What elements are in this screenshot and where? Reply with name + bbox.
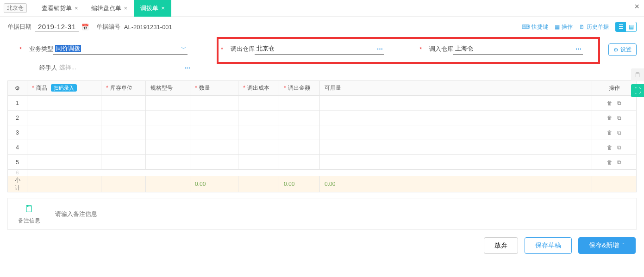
document-icon: 🗎 bbox=[579, 24, 585, 30]
more-icon[interactable]: ⋯ bbox=[377, 45, 383, 52]
list-view-icon[interactable]: ☰ bbox=[616, 22, 626, 31]
footer: 放弃 保存草稿 保存&新增 ˄ bbox=[0, 230, 644, 261]
required-marker: * bbox=[419, 46, 422, 53]
col-out-amount: *调出金额 bbox=[279, 81, 320, 96]
tab-label: 调拨单 bbox=[140, 4, 158, 12]
col-unit: *库存单位 bbox=[101, 81, 146, 96]
gear-icon: ⚙ bbox=[613, 47, 619, 53]
grid-icon: ▦ bbox=[555, 24, 560, 30]
remark-input[interactable] bbox=[50, 206, 636, 222]
delete-icon[interactable]: 🗑 bbox=[607, 129, 613, 136]
col-available: 可用量 bbox=[320, 81, 592, 96]
remark-section: 🗒 备注信息 bbox=[7, 198, 637, 230]
tab-label: 编辑盘点单 bbox=[91, 4, 121, 12]
note-float-icon[interactable]: 🗒 bbox=[631, 68, 644, 81]
biz-type-select[interactable]: 同价调拨 ﹀ bbox=[53, 43, 188, 55]
docno-label: 单据编号 bbox=[96, 23, 120, 31]
chevron-down-icon: ﹀ bbox=[181, 45, 187, 53]
date-label: 单据日期 bbox=[7, 23, 31, 31]
history-link[interactable]: 🗎历史单据 bbox=[579, 23, 609, 31]
card-view-icon[interactable]: ▤ bbox=[626, 22, 636, 31]
operate-link[interactable]: ▦操作 bbox=[555, 23, 573, 31]
close-icon[interactable]: × bbox=[124, 5, 128, 12]
close-icon[interactable]: × bbox=[634, 2, 639, 12]
tab-inventory-edit[interactable]: 编辑盘点单 × bbox=[85, 0, 134, 17]
metabar: 单据日期 2019-12-31 📅 单据编号 AL-20191231-001 ⌨… bbox=[0, 17, 644, 37]
col-product: *商品扫码录入 bbox=[27, 81, 101, 96]
keyboard-icon: ⌨ bbox=[522, 24, 530, 30]
note-icon: 🗒 bbox=[8, 203, 50, 215]
scan-input-button[interactable]: 扫码录入 bbox=[51, 84, 77, 92]
out-wh-label: 调出仓库 bbox=[225, 45, 255, 53]
table-row[interactable]: 5🗑⧉ bbox=[8, 155, 637, 170]
table-row[interactable]: 1🗑⧉ bbox=[8, 96, 637, 111]
save-and-new-button[interactable]: 保存&新增 ˄ bbox=[578, 237, 636, 254]
more-icon[interactable]: ⋯ bbox=[575, 45, 582, 52]
date-value[interactable]: 2019-12-31 bbox=[35, 23, 79, 31]
chevron-up-icon: ˄ bbox=[622, 242, 625, 249]
delete-icon[interactable]: 🗑 bbox=[607, 115, 613, 121]
copy-icon[interactable]: ⧉ bbox=[617, 144, 621, 151]
close-icon[interactable]: × bbox=[75, 5, 78, 12]
copy-icon[interactable]: ⧉ bbox=[617, 100, 621, 106]
view-toggle[interactable]: ☰ ▤ bbox=[615, 22, 637, 32]
warehouse-tag[interactable]: 北京仓 bbox=[4, 3, 27, 13]
settings-button[interactable]: ⚙ 设置 bbox=[608, 43, 637, 56]
tab-label: 查看销货单 bbox=[42, 4, 72, 12]
copy-icon[interactable]: ⧉ bbox=[617, 115, 621, 121]
copy-icon[interactable]: ⧉ bbox=[617, 159, 621, 166]
out-warehouse-select[interactable]: 北京仓 ⋯ bbox=[255, 43, 384, 55]
side-float: 🗒 ⛶ bbox=[631, 68, 644, 97]
agent-select[interactable]: 选择... ⋯ bbox=[57, 62, 192, 73]
delete-icon[interactable]: 🗑 bbox=[607, 100, 613, 106]
close-icon[interactable]: × bbox=[161, 5, 165, 12]
tab-transfer-order[interactable]: 调拨单 × bbox=[134, 0, 171, 17]
col-operation: 操作 bbox=[592, 81, 637, 96]
delete-icon[interactable]: 🗑 bbox=[607, 159, 613, 166]
required-marker: * bbox=[221, 46, 223, 53]
table-row[interactable]: 3🗑⧉ bbox=[8, 125, 637, 140]
form-row-1: * 业务类型 同价调拨 ﹀ * 调出仓库 北京仓 ⋯ * 调入仓库 上海仓 ⋯ … bbox=[7, 40, 637, 59]
col-out-cost: *调出成本 bbox=[238, 81, 279, 96]
calendar-icon[interactable]: 📅 bbox=[81, 24, 89, 31]
subtotal-row: 小计 0.00 0.00 0.00 bbox=[8, 176, 637, 192]
form-row-2: 经手人 选择... ⋯ bbox=[7, 59, 637, 76]
biz-type-label: 业务类型 bbox=[24, 45, 53, 53]
shortcut-link[interactable]: ⌨快捷键 bbox=[522, 23, 548, 31]
docno-value: AL-20191231-001 bbox=[124, 24, 172, 31]
col-spec: 规格型号 bbox=[146, 81, 190, 96]
delete-icon[interactable]: 🗑 bbox=[607, 144, 613, 151]
gear-icon[interactable]: ⚙ bbox=[8, 81, 27, 96]
tab-sales-order[interactable]: 查看销货单 × bbox=[35, 0, 85, 17]
discard-button[interactable]: 放弃 bbox=[484, 237, 518, 254]
required-marker: * bbox=[19, 46, 22, 53]
col-qty: *数量 bbox=[190, 81, 238, 96]
topbar: 北京仓 查看销货单 × 编辑盘点单 × 调拨单 × × bbox=[0, 0, 644, 17]
in-wh-label: 调入仓库 bbox=[424, 45, 453, 53]
agent-label: 经手人 bbox=[24, 64, 57, 72]
copy-icon[interactable]: ⧉ bbox=[617, 129, 621, 136]
items-table: ⚙ *商品扫码录入 *库存单位 规格型号 *数量 *调出成本 *调出金额 可用量… bbox=[7, 80, 637, 192]
table-row[interactable]: 4🗑⧉ bbox=[8, 140, 637, 155]
remark-label: 备注信息 bbox=[8, 217, 50, 225]
in-warehouse-select[interactable]: 上海仓 ⋯ bbox=[453, 43, 583, 55]
save-draft-button[interactable]: 保存草稿 bbox=[525, 237, 572, 254]
table-row[interactable]: 2🗑⧉ bbox=[8, 111, 637, 125]
expand-icon[interactable]: ⛶ bbox=[631, 84, 644, 97]
more-icon[interactable]: ⋯ bbox=[184, 64, 191, 71]
